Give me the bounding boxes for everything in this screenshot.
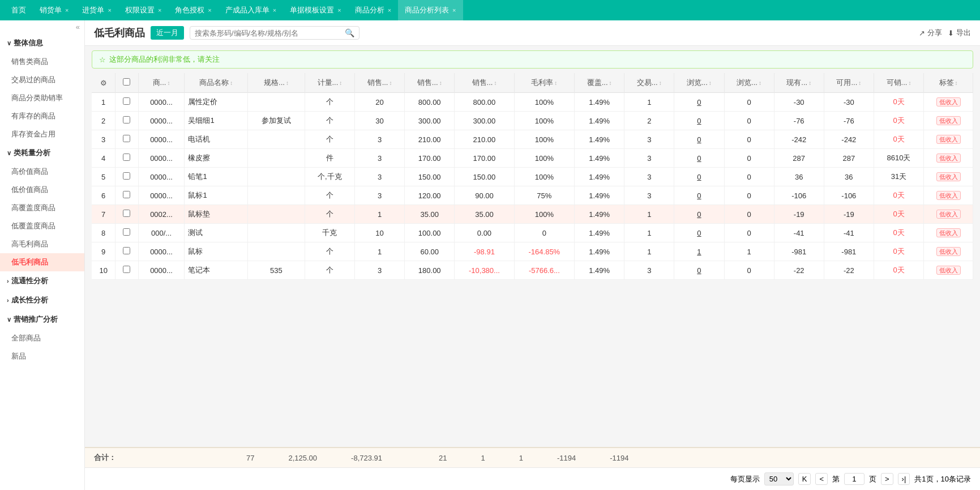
row-name[interactable]: 鼠标 (185, 242, 248, 261)
row-browse1[interactable]: 0 (674, 149, 724, 168)
col-trade-count[interactable]: 交易...↕ (624, 73, 674, 93)
row-browse1[interactable]: 0 (674, 112, 724, 130)
row-name[interactable]: 鼠标1 (185, 186, 248, 205)
col-browse1[interactable]: 浏览...↕ (674, 73, 724, 93)
sidebar-item-low-margin[interactable]: 低毛利商品 (0, 253, 84, 271)
sidebar-item-traded-goods[interactable]: 交易过的商品 (0, 71, 84, 89)
close-goods-analysis-icon[interactable]: × (388, 7, 391, 14)
nav-home[interactable]: 首页 (5, 0, 33, 20)
row-name[interactable]: 笔记本 (185, 261, 248, 280)
col-gross-margin[interactable]: 毛利率↕ (514, 73, 574, 93)
row-browse1[interactable]: 1 (674, 242, 724, 261)
row-checkbox[interactable] (123, 135, 130, 142)
sidebar-item-high-value[interactable]: 高价值商品 (0, 163, 84, 181)
close-purchase-order-icon[interactable]: × (108, 7, 111, 14)
col-name[interactable]: 商品名称↕ (185, 73, 248, 93)
close-goods-analysis-list-icon[interactable]: × (452, 7, 456, 14)
col-settings[interactable]: ⚙ (92, 73, 115, 93)
sidebar-collapse-button[interactable]: « (0, 20, 84, 33)
sidebar-item-low-value[interactable]: 低价值商品 (0, 181, 84, 199)
row-sale-price: 800.00 (405, 93, 455, 112)
sidebar-item-all-goods[interactable]: 全部商品 (0, 329, 84, 347)
nav-product-warehouse[interactable]: 产成品入库单 × (219, 0, 283, 20)
col-browse2[interactable]: 浏览...↕ (724, 73, 774, 93)
sidebar-group-consumption[interactable]: ∨ 类耗量分析 (0, 143, 84, 163)
nav-goods-analysis-list[interactable]: 商品分析列表 × (398, 0, 463, 20)
col-saleable[interactable]: 可销...↕ (874, 73, 923, 93)
row-name[interactable]: 铅笔1 (185, 168, 248, 186)
col-sale-qty[interactable]: 销售...↕ (355, 73, 405, 93)
row-browse1[interactable]: 0 (674, 186, 724, 205)
row-current-stock: -41 (774, 224, 824, 242)
last-page-button[interactable]: ›| (898, 473, 910, 485)
sidebar-item-new-goods[interactable]: 新品 (0, 347, 84, 365)
share-button[interactable]: ↗ 分享 (919, 28, 942, 38)
row-checkbox[interactable] (123, 266, 130, 273)
row-browse1[interactable]: 0 (674, 205, 724, 224)
close-role-auth-icon[interactable]: × (208, 7, 211, 14)
row-browse2: 0 (724, 112, 774, 130)
row-browse1[interactable]: 0 (674, 261, 724, 280)
col-spec[interactable]: 规格...↕ (248, 73, 305, 93)
close-template-settings-icon[interactable]: × (337, 7, 341, 14)
select-all-checkbox[interactable] (123, 78, 130, 86)
row-name[interactable]: 测试 (185, 224, 248, 242)
search-input[interactable] (195, 29, 345, 37)
row-name[interactable]: 吴细细1 (185, 112, 248, 130)
sidebar-item-sales-goods[interactable]: 销售类商品 (0, 53, 84, 71)
sidebar-item-low-coverage[interactable]: 低覆盖度商品 (0, 217, 84, 235)
sidebar-group-growth[interactable]: › 成长性分析 (0, 291, 84, 310)
sidebar-item-category-rate[interactable]: 商品分类助销率 (0, 89, 84, 107)
sidebar-group-marketing[interactable]: ∨ 营销推广分析 (0, 310, 84, 329)
nav-permissions[interactable]: 权限设置 × (118, 0, 168, 20)
row-name[interactable]: 属性定价 (185, 93, 248, 112)
row-checkbox[interactable] (123, 97, 130, 105)
row-checkbox[interactable] (123, 228, 130, 236)
nav-purchase-order[interactable]: 进货单 × (75, 0, 118, 20)
col-available[interactable]: 可用...↕ (824, 73, 874, 93)
row-checkbox[interactable] (123, 116, 130, 123)
sidebar-item-high-coverage[interactable]: 高覆盖度商品 (0, 199, 84, 217)
col-unit[interactable]: 计量...↕ (305, 73, 354, 93)
row-browse1[interactable]: 0 (674, 130, 724, 149)
page-number-input[interactable] (844, 473, 865, 485)
sidebar-group-liquidity[interactable]: › 流通性分析 (0, 271, 84, 291)
close-permissions-icon[interactable]: × (158, 7, 161, 14)
col-tag[interactable]: 标签↕ (924, 73, 973, 93)
row-checkbox[interactable] (123, 247, 130, 254)
row-browse1[interactable]: 0 (674, 224, 724, 242)
next-page-button[interactable]: > (881, 473, 893, 485)
sidebar-item-high-margin[interactable]: 高毛利商品 (0, 235, 84, 253)
row-checkbox[interactable] (123, 172, 130, 180)
search-icon[interactable]: 🔍 (345, 28, 354, 37)
col-coverage[interactable]: 覆盖...↕ (575, 73, 624, 93)
col-sale-amount[interactable]: 销售...↕ (455, 73, 514, 93)
row-browse2: 1 (724, 242, 774, 261)
export-button[interactable]: ⬇ 导出 (948, 28, 971, 38)
sidebar-group-overall[interactable]: ∨ 整体信息 (0, 33, 84, 53)
nav-template-settings[interactable]: 单据模板设置 × (283, 0, 348, 20)
per-page-select[interactable]: 50 100 200 (764, 472, 794, 485)
close-product-warehouse-icon[interactable]: × (273, 7, 276, 14)
col-sale-price[interactable]: 销售...↕ (405, 73, 455, 93)
first-page-button[interactable]: K (798, 473, 811, 485)
row-browse1[interactable]: 0 (674, 168, 724, 186)
nav-goods-analysis[interactable]: 商品分析 × (348, 0, 398, 20)
row-browse1[interactable]: 0 (674, 93, 724, 112)
col-current-stock[interactable]: 现有...↕ (774, 73, 824, 93)
row-checkbox[interactable] (123, 154, 130, 161)
close-sales-order-icon[interactable]: × (65, 7, 69, 14)
row-checkbox[interactable] (123, 210, 130, 217)
row-spec: 参加复试 (248, 112, 305, 130)
prev-page-button[interactable]: < (815, 473, 828, 485)
nav-sales-order[interactable]: 销货单 × (33, 0, 75, 20)
row-checkbox[interactable] (123, 191, 130, 198)
row-name[interactable]: 橡皮擦 (185, 149, 248, 168)
sidebar-item-stock-fund[interactable]: 库存资金占用 (0, 125, 84, 143)
period-button[interactable]: 近一月 (151, 26, 184, 40)
sidebar-item-in-stock-goods[interactable]: 有库存的商品 (0, 107, 84, 125)
row-name[interactable]: 电话机 (185, 130, 248, 149)
col-code[interactable]: 商...↕ (138, 73, 185, 93)
row-name[interactable]: 鼠标垫 (185, 205, 248, 224)
nav-role-auth[interactable]: 角色授权 × (168, 0, 218, 20)
